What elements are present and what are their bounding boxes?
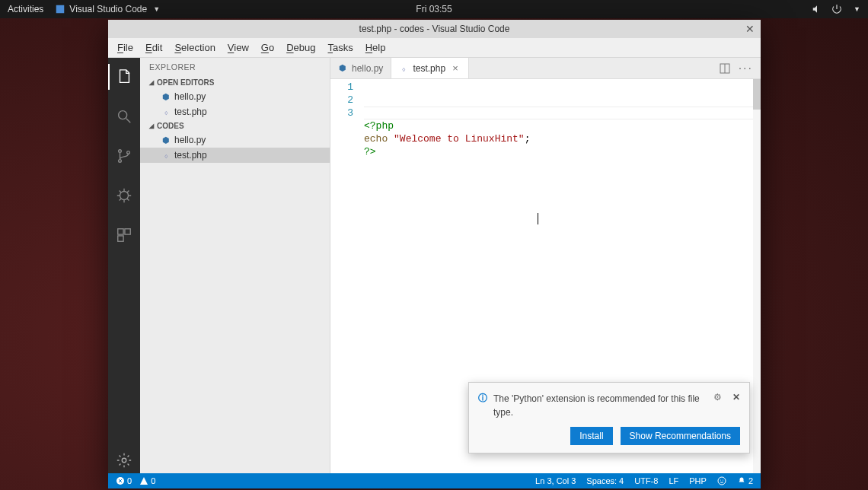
window-title: test.php - codes - Visual Studio Code xyxy=(359,24,510,34)
clock[interactable]: Fri 03:55 xyxy=(416,4,452,14)
menu-selection[interactable]: Selection xyxy=(168,40,221,56)
activity-settings[interactable] xyxy=(108,447,140,473)
workspace-header[interactable]: ◢CODES xyxy=(140,119,330,132)
explorer-title: EXPLORER xyxy=(140,58,330,76)
vscode-icon xyxy=(55,4,65,14)
explorer-sidebar: EXPLORER ◢OPEN EDITORS ⬢hello.py ⬨test.p… xyxy=(140,58,330,473)
open-editor-item[interactable]: ⬢hello.py xyxy=(140,89,330,104)
svg-point-3 xyxy=(127,151,130,154)
bug-icon xyxy=(116,187,132,204)
more-actions-icon[interactable]: ··· xyxy=(739,62,753,75)
power-icon xyxy=(831,4,842,14)
status-errors[interactable]: 0 xyxy=(116,476,132,485)
python-file-icon: ⬢ xyxy=(161,92,171,101)
menu-file[interactable]: File xyxy=(111,40,139,56)
menu-go[interactable]: Go xyxy=(255,40,280,56)
files-icon xyxy=(116,68,132,85)
activity-bar xyxy=(108,58,140,473)
chevron-down-icon: ▼ xyxy=(854,5,860,13)
show-recommendations-button[interactable]: Show Recommendations xyxy=(621,427,740,445)
status-warnings[interactable]: 0 xyxy=(139,476,155,485)
svg-rect-6 xyxy=(125,229,130,234)
php-file-icon: ⬨ xyxy=(161,151,171,160)
open-editors-header[interactable]: ◢OPEN EDITORS xyxy=(140,76,330,89)
svg-point-12 xyxy=(720,480,721,481)
notification-settings-button[interactable]: ⚙ xyxy=(713,392,722,402)
notification-message: The 'Python' extension is recommended fo… xyxy=(493,392,707,419)
install-button[interactable]: Install xyxy=(570,427,612,445)
window-close-button[interactable]: ✕ xyxy=(744,23,756,35)
activity-explorer[interactable] xyxy=(108,64,140,90)
svg-point-8 xyxy=(122,458,126,463)
status-bar: 0 0 Ln 3, Col 3 Spaces: 4 UTF-8 LF PHP 2 xyxy=(108,473,761,488)
bell-icon xyxy=(737,476,746,485)
gnome-top-bar: Activities Visual Studio Code ▼ Fri 03:5… xyxy=(0,0,868,18)
git-branch-icon xyxy=(116,148,132,164)
svg-point-2 xyxy=(119,160,122,163)
notification-close-button[interactable]: ✕ xyxy=(732,392,740,402)
svg-rect-5 xyxy=(118,229,123,234)
search-icon xyxy=(116,108,132,125)
activity-extensions[interactable] xyxy=(108,222,140,248)
file-item[interactable]: ⬢hello.py xyxy=(140,132,330,148)
status-indentation[interactable]: Spaces: 4 xyxy=(586,476,624,485)
open-editor-item[interactable]: ⬨test.php xyxy=(140,104,330,119)
tab-hello-py[interactable]: ⬢ hello.py xyxy=(330,58,391,78)
status-eol[interactable]: LF xyxy=(669,476,678,485)
vscode-window: test.php - codes - Visual Studio Code ✕ … xyxy=(108,20,761,488)
gear-icon xyxy=(116,452,132,469)
svg-point-0 xyxy=(119,111,127,119)
chevron-down-icon: ◢ xyxy=(149,79,154,86)
menu-edit[interactable]: Edit xyxy=(139,40,168,56)
python-file-icon: ⬢ xyxy=(338,64,347,73)
editor-area: ⬢ hello.py ⬨ test.php × ··· 123 xyxy=(330,58,761,473)
activity-debug[interactable] xyxy=(108,183,140,208)
status-notifications[interactable]: 2 xyxy=(737,476,753,485)
menu-debug[interactable]: Debug xyxy=(280,40,321,56)
notification-toast: ⓘ The 'Python' extension is recommended … xyxy=(468,382,750,453)
smiley-icon xyxy=(717,476,726,485)
svg-rect-7 xyxy=(118,236,123,241)
menu-view[interactable]: View xyxy=(222,40,255,56)
php-file-icon: ⬨ xyxy=(399,64,408,73)
warning-icon xyxy=(139,476,148,485)
php-file-icon: ⬨ xyxy=(161,107,171,116)
file-item[interactable]: ⬨test.php xyxy=(140,148,330,163)
menu-tasks[interactable]: Tasks xyxy=(321,40,359,56)
activity-search[interactable] xyxy=(108,103,140,129)
info-icon: ⓘ xyxy=(478,392,487,405)
extensions-icon xyxy=(116,227,132,243)
app-menu[interactable]: Visual Studio Code ▼ xyxy=(55,4,160,14)
menubar: File Edit Selection View Go Debug Tasks … xyxy=(108,38,761,58)
status-cursor-position[interactable]: Ln 3, Col 3 xyxy=(535,476,576,485)
status-encoding[interactable]: UTF-8 xyxy=(634,476,658,485)
chevron-down-icon: ◢ xyxy=(149,123,154,129)
activity-scm[interactable] xyxy=(108,143,140,169)
python-file-icon: ⬢ xyxy=(161,135,171,145)
error-icon xyxy=(116,476,125,485)
line-gutter: 123 xyxy=(330,79,364,473)
menu-help[interactable]: Help xyxy=(359,40,392,56)
tab-test-php[interactable]: ⬨ test.php × xyxy=(391,58,469,78)
activities-button[interactable]: Activities xyxy=(8,4,43,14)
chevron-down-icon: ▼ xyxy=(153,5,160,13)
close-tab-button[interactable]: × xyxy=(450,62,461,74)
status-language[interactable]: PHP xyxy=(689,476,707,485)
svg-point-11 xyxy=(718,477,726,485)
svg-point-1 xyxy=(119,150,122,153)
titlebar[interactable]: test.php - codes - Visual Studio Code ✕ xyxy=(108,20,761,38)
editor-tabs: ⬢ hello.py ⬨ test.php × ··· xyxy=(330,58,761,79)
volume-icon xyxy=(812,4,822,14)
text-cursor xyxy=(538,213,538,224)
status-feedback[interactable] xyxy=(717,476,726,485)
system-tray[interactable]: ▼ xyxy=(812,4,860,14)
split-editor-icon[interactable] xyxy=(719,62,731,75)
svg-point-13 xyxy=(723,480,723,481)
